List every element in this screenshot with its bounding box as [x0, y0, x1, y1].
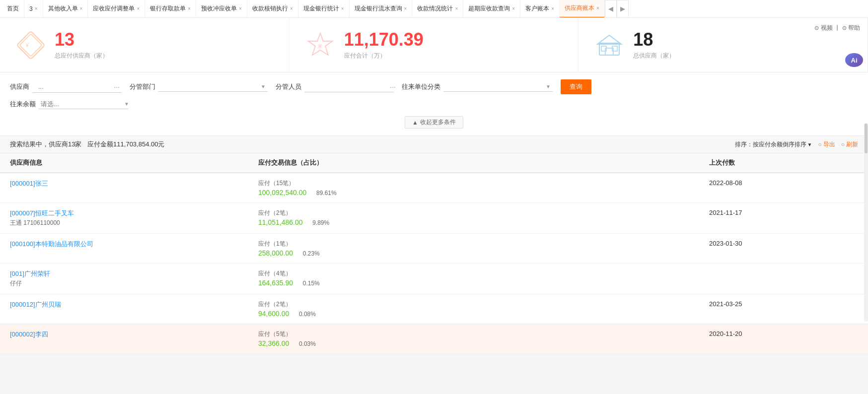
refresh-button[interactable]: ○ 刷新	[841, 140, 858, 149]
sort-label: 排序：按应付余额倒序排序	[735, 140, 806, 149]
supplier-sub-000007: 王通 17106110000	[10, 219, 258, 227]
filter-person-label: 分管人员	[276, 82, 301, 91]
nav-tab-other-income[interactable]: 其他收入单 ×	[43, 0, 88, 18]
result-bar: 搜索结果中，供应商13家 应付金额111,703,854.00元 排序：按应付余…	[0, 136, 868, 153]
nav-tab-overdue-collect-close[interactable]: ×	[512, 6, 515, 11]
ai-badge[interactable]: Ai	[845, 53, 863, 67]
tx-percent-000007: 9.89%	[312, 219, 329, 226]
nav-tab-ap-adjust-label: 应收应付调整单	[93, 4, 135, 13]
help-links: ⊙ 视频 | ⊙ 帮助	[814, 24, 860, 32]
person-dots-icon[interactable]: ···	[390, 83, 396, 91]
nav-tab-supplier-account[interactable]: 供应商账本 ×	[560, 0, 605, 18]
nav-tab-collect-verify-close[interactable]: ×	[290, 6, 293, 11]
scrollbar-thumb[interactable]	[865, 124, 868, 153]
collapse-label: 收起更多条件	[420, 118, 456, 127]
filter-dept: 分管部门 ▼	[130, 82, 268, 92]
filter-row-1: 供应商 ··· 分管部门 ▼ 分管人员 ··· 往来单位分类	[10, 79, 858, 94]
nav-tab-other-income-close[interactable]: ×	[80, 6, 83, 11]
filter-dept-input[interactable]	[160, 83, 261, 90]
tx-cell: 应付（2笔） 94,600.00 0.08%	[258, 300, 709, 318]
tx-percent-000002: 0.03%	[299, 340, 316, 347]
nav-tab-ap-adjust[interactable]: 应收应付调整单 ×	[88, 0, 145, 18]
nav-tab-collect-stat-close[interactable]: ×	[455, 6, 458, 11]
query-button[interactable]: 查询	[561, 79, 591, 94]
filter-category-input[interactable]	[445, 83, 546, 90]
tx-amount-001[interactable]: 164,635.90	[258, 279, 293, 287]
supplier-dots-icon[interactable]: ···	[114, 83, 120, 91]
table-row: [000001]张三 应付（15笔） 100,092,540.00 89.61%…	[0, 173, 868, 203]
category-dropdown-icon[interactable]: ▼	[546, 84, 551, 89]
supplier-cell: [000012]广州贝瑞	[10, 300, 258, 309]
supplier-cell: [001]广州荣轩 仔仔	[10, 269, 258, 288]
supplier-link-000100[interactable]: [000100]本特勤油品有限公司	[10, 240, 93, 248]
supplier-link-001[interactable]: [001]广州荣轩	[10, 270, 50, 277]
filter-supplier-input[interactable]	[34, 82, 114, 91]
filter-person-input[interactable]	[306, 83, 390, 90]
nav-tab-ap-adjust-close[interactable]: ×	[137, 6, 140, 11]
tx-cell: 应付（4笔） 164,635.90 0.15%	[258, 269, 709, 287]
scrollbar-track[interactable]	[864, 123, 868, 322]
supplier-link-000001[interactable]: [000001]张三	[10, 180, 48, 187]
last-pay-000007: 2021-11-17	[709, 209, 742, 216]
tx-amount-000007[interactable]: 11,051,486.00	[258, 218, 303, 226]
nav-tab-advance-collect-close[interactable]: ×	[239, 6, 242, 11]
filter-row-2: 往来余额 ▼	[10, 99, 858, 109]
tx-amount-000001[interactable]: 100,092,540.00	[258, 189, 306, 197]
export-button[interactable]: ○ 导出	[818, 140, 835, 149]
collapse-button[interactable]: ▲ 收起更多条件	[405, 116, 463, 129]
svg-text:米: 米	[317, 43, 323, 49]
nav-tab-overdue-collect[interactable]: 超期应收款查询 ×	[463, 0, 520, 18]
tx-label-001: 应付（4笔）	[258, 269, 709, 278]
nav-tab-collect-stat-label: 收款情况统计	[417, 4, 453, 13]
nav-tab-customer-account[interactable]: 客户账本 ×	[520, 0, 560, 18]
svg-rect-5	[599, 43, 619, 55]
nav-tab-advance-collect[interactable]: 预收冲应收单 ×	[196, 0, 247, 18]
nav-tab-collect-verify[interactable]: 收款核销执行 ×	[247, 0, 298, 18]
supplier-cell: [000001]张三	[10, 179, 258, 188]
tx-amount-000012[interactable]: 94,600.00	[258, 310, 289, 318]
export-icon: ○	[818, 141, 822, 148]
nav-tab-customer-account-label: 客户账本	[525, 4, 549, 13]
table-row: [000007]恒旺二手叉车 王通 17106110000 应付（2笔） 11,…	[0, 203, 868, 234]
tx-cell: 应付（5笔） 32,366.00 0.03%	[258, 330, 709, 347]
stats-bar: ¥ 13 总应付供应商（家） 米 11,170.39 应付合计（万）	[0, 18, 868, 72]
nav-next-arrow[interactable]: ▶	[617, 0, 629, 18]
dept-dropdown-icon[interactable]: ▼	[261, 84, 266, 89]
nav-tab-cash-bank-flow[interactable]: 现金银行流水查询 ×	[350, 0, 413, 18]
collapse-bar: ▲ 收起更多条件	[10, 114, 858, 131]
nav-tab-bank-deposit-close[interactable]: ×	[188, 6, 191, 11]
help-video-link[interactable]: ⊙ 视频	[814, 24, 832, 32]
tx-percent-000100: 0.23%	[303, 250, 320, 257]
nav-tab-supplier-account-close[interactable]: ×	[596, 5, 599, 11]
tx-cell: 应付（15笔） 100,092,540.00 89.61%	[258, 179, 709, 197]
nav-tab-cash-bank-stat-close[interactable]: ×	[341, 6, 344, 11]
nav-prev-arrow[interactable]: ◀	[605, 0, 617, 18]
nav-tab-bank-deposit[interactable]: 银行存取款单 ×	[145, 0, 196, 18]
balance-dropdown-icon[interactable]: ▼	[124, 101, 129, 107]
nav-tab-home[interactable]: 首页	[2, 0, 24, 18]
filter-area: 供应商 ··· 分管部门 ▼ 分管人员 ··· 往来单位分类	[0, 72, 868, 136]
supplier-link-000002[interactable]: [000002]李四	[10, 330, 48, 338]
nav-tab-collect-stat[interactable]: 收款情况统计 ×	[412, 0, 463, 18]
supplier-link-000007[interactable]: [000007]恒旺二手叉车	[10, 209, 74, 217]
tx-label-000002: 应付（5笔）	[258, 330, 709, 338]
nav-tab-cash-bank-flow-close[interactable]: ×	[404, 6, 407, 11]
filter-person: 分管人员 ···	[276, 82, 394, 92]
table-row: [000002]李四 应付（5笔） 32,366.00 0.03% 2020-1…	[0, 324, 868, 354]
help-help-link[interactable]: ⊙ 帮助	[842, 24, 860, 32]
tx-amount-000100[interactable]: 258,000.00	[258, 249, 293, 257]
filter-balance-input[interactable]	[41, 100, 124, 108]
nav-tab-t3[interactable]: 3 ×	[24, 0, 43, 18]
nav-tab-customer-account-close[interactable]: ×	[551, 6, 554, 11]
result-actions: 排序：按应付余额倒序排序 ▼ ○ 导出 ○ 刷新	[735, 140, 858, 149]
nav-tab-t3-close[interactable]: ×	[35, 6, 38, 11]
filter-supplier-label: 供应商	[10, 82, 29, 91]
svg-text:¥: ¥	[25, 43, 29, 48]
tx-amount-000002[interactable]: 32,366.00	[258, 339, 289, 347]
sort-button[interactable]: 排序：按应付余额倒序排序 ▼	[735, 140, 812, 149]
last-pay-000002: 2020-11-20	[709, 330, 742, 337]
stat-payable-suppliers-label: 总应付供应商（家）	[55, 52, 108, 60]
supplier-link-000012[interactable]: [000012]广州贝瑞	[10, 301, 61, 308]
col-supplier-info: 供应商信息	[10, 158, 258, 167]
nav-tab-cash-bank-stat[interactable]: 现金银行统计 ×	[298, 0, 350, 18]
